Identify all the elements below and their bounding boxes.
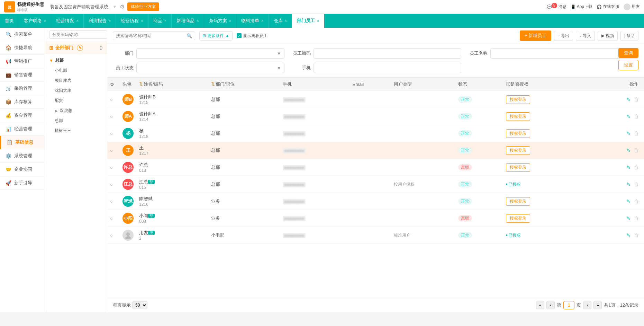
sidebar-item-purchase[interactable]: 🛒采购管理: [0, 82, 45, 95]
dept-node-植树王三[interactable]: 植树王三: [45, 126, 107, 136]
dept-node-总部[interactable]: 总部: [45, 116, 107, 126]
show-resign-toggle[interactable]: ✓ 显示离职员工: [237, 33, 268, 39]
view-btn[interactable]: ▶ 视频: [598, 31, 618, 41]
dept-node-项目库房[interactable]: 项目库房: [45, 76, 107, 86]
sidebar-item-marketing[interactable]: 📢营销推广: [0, 55, 45, 68]
add-employee-btn[interactable]: + 新增员工: [520, 30, 551, 41]
current-page-input[interactable]: [563, 301, 574, 309]
sidebar-item-search-menu[interactable]: 🔍搜索菜单: [0, 28, 45, 41]
close-tab-icon[interactable]: ×: [285, 19, 287, 23]
nav-tab-经营历程[interactable]: 经营历程×: [116, 14, 148, 28]
sidebar-item-basic-info[interactable]: 📋基础信息: [0, 136, 45, 149]
app-download-btn[interactable]: 📱 App下载: [571, 4, 592, 10]
delete-btn-3[interactable]: 🗑: [634, 131, 639, 136]
last-page-btn[interactable]: »: [593, 301, 602, 309]
nav-tab-新增商品[interactable]: 新增商品×: [172, 14, 204, 28]
close-tab-icon[interactable]: ×: [44, 19, 46, 23]
sidebar-item-inventory[interactable]: 📦库存核算: [0, 95, 45, 109]
edit-btn-6[interactable]: ✎: [626, 182, 631, 187]
close-tab-icon[interactable]: ×: [261, 19, 263, 23]
th-dept_position[interactable]: ⇅部门/职位: [208, 78, 280, 91]
set-btn[interactable]: 设置: [618, 60, 638, 70]
search-submit-icon[interactable]: 🔍: [187, 33, 192, 38]
settings-icon[interactable]: ⚙: [120, 3, 125, 10]
more-filter-btn[interactable]: ⊞ 更多条件 ▲: [199, 31, 233, 41]
search-input[interactable]: [116, 33, 185, 38]
sidebar-item-guide[interactable]: 🚀新手引导: [0, 176, 45, 190]
delete-btn-4[interactable]: 🗑: [634, 148, 639, 153]
dept-node-小电部[interactable]: 小电部: [45, 65, 107, 76]
delete-btn-1[interactable]: 🗑: [634, 97, 639, 102]
query-btn[interactable]: 查询: [618, 48, 638, 58]
collapse-dept-icon[interactable]: ⟨⟩: [99, 45, 103, 50]
employee-status-select[interactable]: ▼: [136, 63, 284, 73]
delete-btn-9[interactable]: 🗑: [634, 232, 639, 238]
edit-btn-8[interactable]: ✎: [626, 215, 631, 221]
nav-tab-仓库[interactable]: 仓库×: [269, 14, 292, 28]
delete-btn-2[interactable]: 🗑: [634, 114, 639, 119]
first-page-btn[interactable]: «: [536, 301, 544, 309]
dept-node-配货[interactable]: 配货: [45, 96, 107, 106]
edit-btn-3[interactable]: ✎: [626, 131, 631, 136]
dept-all-btn[interactable]: ⊞ 全部部门 ✎ ⟨⟩: [45, 42, 107, 54]
sidebar-item-enterprise[interactable]: 🤝企业协同: [0, 163, 45, 176]
sidebar-item-sales[interactable]: 💼销售管理: [0, 68, 45, 82]
edit-btn-5[interactable]: ✎: [626, 165, 631, 170]
phone-input[interactable]: [314, 63, 462, 73]
dropdown-arrow-icon[interactable]: ▼: [112, 4, 117, 9]
sidebar-item-operations[interactable]: 📊经营管理: [0, 122, 45, 136]
per-page-select[interactable]: 50: [132, 301, 147, 309]
nav-tab-物料清单[interactable]: 物料清单×: [236, 14, 269, 28]
edit-btn-2[interactable]: ✎: [626, 114, 631, 119]
help-btn[interactable]: | 帮助: [620, 31, 638, 41]
auth-btn-5[interactable]: 授权登录: [506, 163, 530, 172]
user-avatar-btn[interactable]: 用友: [624, 3, 640, 10]
auth-btn-8[interactable]: 授权登录: [506, 214, 530, 223]
close-tab-icon[interactable]: ×: [317, 19, 319, 23]
online-service-btn[interactable]: 🎧 在线客服: [597, 4, 619, 10]
close-tab-icon[interactable]: ×: [141, 19, 143, 23]
close-tab-icon[interactable]: ×: [164, 19, 166, 23]
nav-tab-客户联络[interactable]: 客户联络×: [19, 14, 51, 28]
sidebar-item-quick-nav[interactable]: 🏠快捷导航: [0, 41, 45, 55]
edit-btn-7[interactable]: ✎: [626, 199, 631, 204]
dept-search-input[interactable]: [49, 30, 107, 39]
export-btn[interactable]: ↑ 导出: [554, 31, 573, 41]
edit-dept-icon[interactable]: ✎: [77, 45, 83, 51]
th-name_code[interactable]: ⇅姓名/编码: [136, 78, 208, 91]
sidebar-item-finance[interactable]: 💰资金管理: [0, 109, 45, 122]
sidebar-item-system[interactable]: ⚙️系统管理: [0, 149, 45, 163]
resign-checkbox[interactable]: ✓: [237, 33, 242, 38]
close-tab-icon[interactable]: ×: [229, 19, 231, 23]
edit-btn-1[interactable]: ✎: [626, 97, 631, 102]
edit-btn-9[interactable]: ✎: [626, 232, 631, 238]
auth-btn-7[interactable]: 授权登录: [506, 197, 530, 206]
dept-node-双虎想[interactable]: ▶双虎想: [45, 106, 107, 116]
close-tab-icon[interactable]: ×: [109, 19, 111, 23]
close-tab-icon[interactable]: ×: [76, 19, 78, 23]
auth-btn-1[interactable]: 授权登录: [506, 95, 530, 104]
employee-name-input[interactable]: [490, 48, 638, 59]
notification-btn[interactable]: 💬 5 消息: [547, 4, 566, 10]
auth-btn-2[interactable]: 授权登录: [506, 112, 530, 121]
import-btn[interactable]: ↓ 导入: [576, 31, 595, 41]
prev-page-btn[interactable]: ‹: [546, 301, 555, 309]
delete-btn-5[interactable]: 🗑: [634, 165, 639, 170]
employee-code-input[interactable]: [314, 48, 462, 59]
nav-tab-经营情况[interactable]: 经营情况×: [51, 14, 83, 28]
edit-btn-4[interactable]: ✎: [626, 148, 631, 153]
nav-tab-部门员工[interactable]: 部门员工×: [292, 14, 324, 28]
auth-btn-4[interactable]: 授权登录: [506, 146, 530, 155]
delete-btn-8[interactable]: 🗑: [634, 215, 639, 221]
experience-btn[interactable]: 体验行业方案: [127, 2, 159, 11]
nav-tab-商品[interactable]: 商品×: [148, 14, 172, 28]
dept-node-沈阳大库[interactable]: 沈阳大库: [45, 86, 107, 96]
nav-tab-利润报告[interactable]: 利润报告×: [84, 14, 116, 28]
nav-tab-首页[interactable]: 首页: [0, 14, 19, 28]
dept-select[interactable]: ▼: [136, 48, 284, 59]
next-page-btn[interactable]: ›: [583, 301, 591, 309]
nav-tab-条码方案[interactable]: 条码方案×: [204, 14, 236, 28]
auth-btn-3[interactable]: 授权登录: [506, 129, 530, 138]
dept-node-总部[interactable]: ▼总部: [45, 55, 107, 65]
th-settings[interactable]: ⚙: [107, 78, 120, 91]
